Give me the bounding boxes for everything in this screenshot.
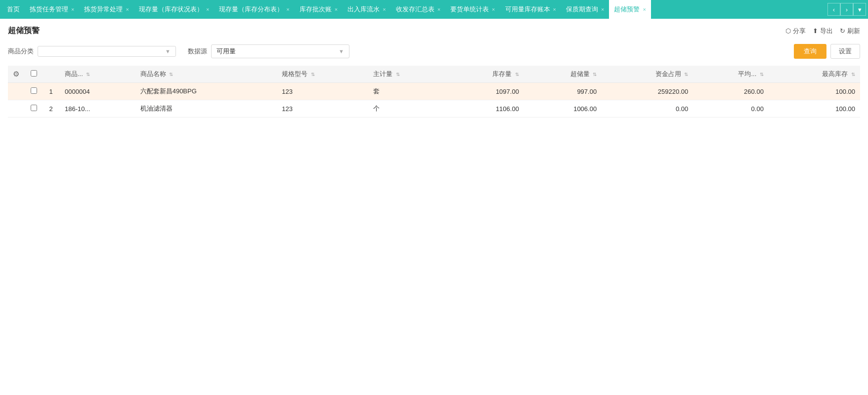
share-button[interactable]: ⬡ 分享 — [785, 27, 806, 36]
refresh-button[interactable]: ↻ 刷新 — [840, 27, 860, 36]
nav-item-collection-summary[interactable]: 收发存汇总表 × — [391, 0, 445, 19]
sort-icon: ⇅ — [684, 72, 688, 77]
export-button[interactable]: ⬆ 导出 — [813, 27, 833, 36]
th-product-code[interactable]: 商品... ⇅ — [60, 66, 135, 83]
th-capital[interactable]: 资金占用 ⇅ — [602, 66, 693, 83]
td-capital: 0.00 — [602, 100, 693, 118]
header-actions: ⬡ 分享 ⬆ 导出 ↻ 刷新 — [785, 27, 860, 36]
th-stock[interactable]: 库存量 ⇅ — [446, 66, 524, 83]
row-checkbox[interactable] — [31, 105, 37, 111]
gear-icon[interactable]: ⚙ — [13, 70, 19, 78]
category-select[interactable]: ▼ — [38, 46, 176, 57]
close-icon[interactable]: × — [437, 6, 440, 12]
settings-button[interactable]: 设置 — [830, 44, 860, 59]
close-icon[interactable]: × — [383, 6, 386, 12]
close-icon[interactable]: × — [71, 6, 74, 12]
table-body: 1 0000004 六配套新昌490BPG 123 套 1097.00 997.… — [8, 83, 860, 118]
td-check — [26, 83, 42, 100]
nav-item-home[interactable]: 首页 — [2, 0, 25, 19]
td-check — [26, 100, 42, 118]
td-gear — [8, 83, 26, 100]
td-max-stock: 100.00 — [769, 100, 860, 118]
td-capital: 259220.00 — [602, 83, 693, 100]
th-overstock[interactable]: 超储量 ⇅ — [524, 66, 602, 83]
nav-arrows: ‹ › ▾ — [827, 3, 866, 16]
close-icon[interactable]: × — [601, 6, 604, 12]
th-avg[interactable]: 平均... ⇅ — [693, 66, 769, 83]
category-filter-group: 商品分类 ▼ — [8, 46, 176, 57]
th-max-stock[interactable]: 最高库存 ⇅ — [769, 66, 860, 83]
nav-item-abnormal[interactable]: 拣货异常处理 × — [79, 0, 133, 19]
row-checkbox[interactable] — [31, 87, 37, 94]
datasource-select[interactable]: 可用量 ▼ — [211, 44, 349, 58]
nav-item-batch-account[interactable]: 库存批次账 × — [295, 0, 343, 19]
close-icon[interactable]: × — [492, 6, 495, 12]
share-icon: ⬡ — [785, 27, 791, 35]
close-icon[interactable]: × — [126, 6, 129, 12]
th-check — [26, 66, 42, 83]
td-index: 2 — [42, 100, 60, 118]
td-max-stock: 100.00 — [769, 83, 860, 100]
td-index: 1 — [42, 83, 60, 100]
datasource-label: 数据源 — [188, 47, 207, 56]
select-all-checkbox[interactable] — [31, 70, 37, 77]
sort-icon: ⇅ — [311, 72, 315, 77]
td-stock: 1097.00 — [446, 83, 524, 100]
th-gear: ⚙ — [8, 66, 26, 83]
table-header-row: ⚙ 商品... ⇅ 商品名称 ⇅ 规格型号 ⇅ — [8, 66, 860, 83]
nav-item-inout-flow[interactable]: 出入库流水 × — [343, 0, 391, 19]
nav-item-inventory-status[interactable]: 现存量（库存状况表） × — [134, 0, 214, 19]
close-icon[interactable]: × — [643, 6, 646, 12]
nav-item-overstock-warning[interactable]: 超储预警 × — [609, 0, 651, 19]
nav-item-task-management[interactable]: 拣货任务管理 × — [25, 0, 79, 19]
data-table: ⚙ 商品... ⇅ 商品名称 ⇅ 规格型号 ⇅ — [8, 66, 860, 118]
refresh-icon: ↻ — [840, 27, 845, 35]
page-header: 超储预警 ⬡ 分享 ⬆ 导出 ↻ 刷新 — [8, 26, 860, 36]
nav-item-inventory-dist[interactable]: 现存量（库存分布表） × — [214, 0, 294, 19]
td-product-code: 186-10... — [60, 100, 135, 118]
td-overstock: 1006.00 — [524, 100, 602, 118]
nav-item-order-stats[interactable]: 要货单统计表 × — [445, 0, 500, 19]
main-content: 超储预警 ⬡ 分享 ⬆ 导出 ↻ 刷新 商品分类 ▼ 数据源 — [0, 19, 868, 395]
category-label: 商品分类 — [8, 47, 34, 56]
td-product-name: 机油滤清器 — [135, 100, 277, 118]
export-icon: ⬆ — [813, 27, 818, 35]
td-overstock: 997.00 — [524, 83, 602, 100]
td-gear — [8, 100, 26, 118]
td-stock: 1106.00 — [446, 100, 524, 118]
top-navigation: 首页 拣货任务管理 × 拣货异常处理 × 现存量（库存状况表） × 现存量（库存… — [0, 0, 868, 19]
close-icon[interactable]: × — [206, 6, 209, 12]
nav-item-expiry[interactable]: 保质期查询 × — [561, 0, 609, 19]
close-icon[interactable]: × — [335, 6, 338, 12]
sort-icon: ⇅ — [86, 72, 90, 77]
td-product-code: 0000004 — [60, 83, 135, 100]
nav-more-button[interactable]: ▾ — [853, 3, 866, 16]
sort-icon: ⇅ — [760, 72, 764, 77]
td-avg: 260.00 — [693, 83, 769, 100]
query-button[interactable]: 查询 — [794, 44, 826, 59]
filter-actions: 查询 设置 — [794, 44, 860, 59]
td-product-name: 六配套新昌490BPG — [135, 83, 277, 100]
nav-next-button[interactable]: › — [840, 3, 853, 16]
th-product-name[interactable]: 商品名称 ⇅ — [135, 66, 277, 83]
sort-icon: ⇅ — [169, 72, 173, 77]
sort-icon: ⇅ — [515, 72, 519, 77]
filter-row: 商品分类 ▼ 数据源 可用量 ▼ 查询 设置 — [8, 44, 860, 59]
chevron-down-icon: ▼ — [339, 48, 344, 54]
table-row: 2 186-10... 机油滤清器 123 个 1106.00 1006.00 … — [8, 100, 860, 118]
page-title: 超储预警 — [8, 26, 40, 36]
th-unit[interactable]: 主计量 ⇅ — [368, 66, 446, 83]
td-spec: 123 — [277, 83, 368, 100]
datasource-select-value: 可用量 — [217, 47, 236, 56]
th-spec[interactable]: 规格型号 ⇅ — [277, 66, 368, 83]
td-avg: 0.00 — [693, 100, 769, 118]
nav-prev-button[interactable]: ‹ — [827, 3, 840, 16]
close-icon[interactable]: × — [286, 6, 289, 12]
nav-item-available-inventory[interactable]: 可用量库存账本 × — [500, 0, 561, 19]
datasource-filter-group: 数据源 可用量 ▼ — [188, 44, 349, 58]
chevron-down-icon: ▼ — [165, 48, 171, 54]
td-unit: 套 — [368, 83, 446, 100]
td-spec: 123 — [277, 100, 368, 118]
td-unit: 个 — [368, 100, 446, 118]
close-icon[interactable]: × — [553, 6, 556, 12]
